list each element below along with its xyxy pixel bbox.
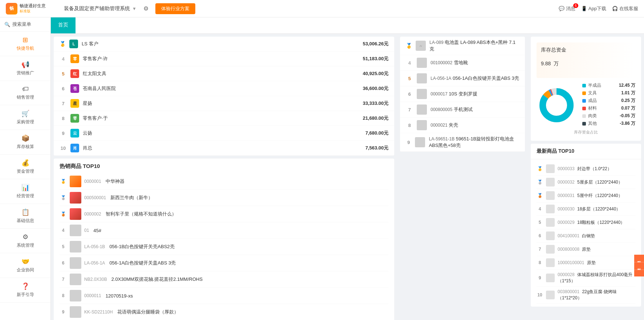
new-products-header: 最新商品 TOP10 (531, 144, 641, 159)
trial-button[interactable]: 体验行业方案 (155, 3, 195, 14)
top-header: 畅 畅捷通好生意 标准版 装备及固定资产辅助管理系统 ▼ ⚙ 体验行业方案 💬 … (0, 0, 644, 17)
list-item: 7 NB2.0X30B 2.0X30MM双搓花轴.搓花直径2.1MM/ROHS (60, 271, 388, 288)
sidebar-item-operation[interactable]: 📊 经营管理 (0, 179, 50, 204)
table-row: 5 红 红太阳文具 40,925.00元 (54, 66, 394, 81)
live-button[interactable]: 直播 (634, 270, 644, 276)
new-products-list: 🥇 0000033 封边带（1.0*22） 🥈 0000032 5厘多层（122… (531, 159, 641, 307)
inventory-title: 库存总资金 (541, 47, 631, 53)
list-item: 🥇 0000001 中华神器 (60, 173, 388, 190)
list-item: 9 KK-SD22110H 花语萌偶温分腿睡袋（厚款） (60, 304, 388, 320)
tab-home[interactable]: 首页 (51, 17, 76, 33)
sidebar-item-sales[interactable]: 🏷 销售管理 (0, 81, 50, 105)
legend-list: 半成品 12.45 万 文具 1.01 万 成品 0.25 万 (582, 82, 635, 128)
list-item: 6 004100001 白钢垫 (537, 229, 635, 243)
list-item: 5 0000029 18颗粒板（1220*2440） (537, 216, 635, 229)
search-menu-item[interactable]: 🔍 搜索菜单 (0, 17, 50, 32)
product-rank-list: 🥇 Ai LA-089 电池盖 LA-089 ABS本色+黑种 7.1克 4 0… (400, 37, 525, 152)
avatar: 云 (70, 129, 79, 138)
header-middle: 装备及固定资产辅助管理系统 ▼ ⚙ 体验行业方案 (64, 3, 559, 14)
sidebar-item-quick-nav[interactable]: ⊞ 快捷导航 (0, 32, 50, 56)
logo-icon: 畅 (6, 3, 17, 15)
product-info: 000800005 手机测试 (431, 106, 473, 113)
sidebar-item-system[interactable]: ⚙ 系统管理 (0, 229, 50, 253)
list-item: 4 0000030 18多层（1220*2440） (537, 202, 635, 216)
table-row: 8 0000021 夹壳 (400, 118, 525, 133)
sidebar-item-guide[interactable]: ❓ 新手引导 (0, 278, 50, 303)
system-name[interactable]: 装备及固定资产辅助管理系统 ▼ (64, 5, 136, 12)
sidebar-item-purchase[interactable]: 🛒 采购管理 (0, 105, 50, 130)
product-image (546, 258, 555, 267)
legend-item: 肉类 -0.05 万 (582, 113, 635, 119)
list-item: 10 003800001 22g鱼豆腐·烧烤味（1*12*20） (537, 287, 635, 304)
cog-icon: ⚙ (23, 233, 28, 241)
list-item: 🥉 0000031 5厘中纤（1220*2440） (537, 189, 635, 202)
logo-main-text: 畅捷通好生意 (20, 3, 46, 9)
medal-icon: 🥇 (60, 41, 66, 47)
list-item: 8 10000100001 原垫 (537, 256, 635, 270)
tag-icon: 🏷 (22, 85, 29, 93)
product-image (417, 89, 427, 99)
cart-icon: 🛒 (21, 110, 29, 118)
product-image (546, 191, 555, 200)
table-row: 6 苍 苍南县人民医院 36,600.00元 (54, 81, 394, 96)
hot-products-title: 热销商品 TOP10 (60, 163, 388, 170)
product-image (546, 274, 555, 282)
avatar: 红 (70, 69, 79, 78)
table-row: 7 星 星扬 33,333.00元 (54, 96, 394, 111)
grid-icon: ⊞ (23, 36, 28, 44)
list-item: 5 LA-056-1B 056-1B白色按键开关壳ABS2壳 (60, 239, 388, 255)
table-row: 9 LA-59651-1B 59651-1B旋转投影灯电池盒ABS黑色+58壳 (400, 133, 525, 152)
chart-area: 半成品 12.45 万 文具 1.01 万 成品 0.25 万 (537, 82, 635, 128)
sidebar-item-corp[interactable]: 🤝 企业协同 (0, 253, 50, 278)
avatar: 苍 (70, 84, 79, 93)
headset-icon: 🎧 (612, 6, 618, 11)
avatar: 星 (70, 99, 79, 108)
settings-button[interactable]: ⚙ (141, 4, 151, 14)
customer-ranking-card: 🥇 L LS 客户 53,006.26元 4 零 零售客户·许 51,183.0… (54, 37, 394, 156)
list-item: 🥉 0000002 智利车子里（规格不知道填什么） (60, 206, 388, 222)
money-icon: 💰 (21, 159, 29, 167)
sidebar-item-basic[interactable]: 📋 基础信息 (0, 204, 50, 229)
table-row: 4 001000002 雪地靴 (400, 55, 525, 71)
product-image (546, 291, 555, 299)
header-right: 💬 消息 6 📱 App下载 🎧 在线客服 (559, 5, 638, 12)
product-image (70, 274, 81, 285)
inventory-amount: 9.88 万 (541, 56, 631, 68)
legend-item: 其他 -3.86 万 (582, 120, 635, 127)
question-icon: ❓ (21, 282, 29, 290)
app-download-button[interactable]: 📱 App下载 (581, 5, 606, 12)
box-icon: 📦 (21, 134, 29, 142)
hot-products-card: 热销商品 TOP10 🥇 0000001 中华神器 🥈 000500001 新西… (54, 159, 394, 320)
product-image (546, 205, 555, 213)
customer-service-button[interactable]: 客服热线 (634, 255, 644, 262)
list-item: 6 LA-056-1A 056-1A白色按键开关盖ABS 3壳 (60, 255, 388, 271)
main-content: 首页 🥇 L LS 客户 53,006.26元 4 零 (51, 17, 644, 320)
product-image (417, 58, 427, 68)
medal-icon: 🥇 (406, 43, 412, 49)
product-image (546, 218, 555, 227)
legend-dot (582, 107, 586, 110)
inventory-card: 库存总资金 9.88 万 (531, 37, 641, 141)
list-item: 8 0000011 12070519-xs (60, 288, 388, 304)
community-button[interactable]: 服务社区 (634, 262, 644, 270)
table-row: 10 肖 肖总 7,563.00元 (54, 141, 394, 156)
legend-dot (582, 84, 586, 87)
megaphone-icon: 📢 (21, 61, 29, 69)
sidebar-item-inventory[interactable]: 📦 库存核算 (0, 130, 50, 155)
avatar: L (69, 40, 78, 48)
table-row: 4 零 零售客户·许 51,183.00元 (54, 52, 394, 66)
online-service-button[interactable]: 🎧 在线客服 (612, 5, 638, 12)
new-products-card: 最新商品 TOP10 🥇 0000033 封边带（1.0*22） 🥈 (531, 144, 641, 307)
avatar: 肖 (70, 144, 79, 152)
product-image (70, 257, 81, 269)
messages-button[interactable]: 💬 消息 6 (559, 5, 575, 12)
sidebar-item-finance[interactable]: 💰 资金管理 (0, 155, 50, 179)
sidebar-item-marketing[interactable]: 📢 营销推广 (0, 56, 50, 81)
table-row: 9 云 云扬 7,680.00元 (54, 126, 394, 141)
table-row: 🥇 Ai LA-089 电池盖 LA-089 ABS本色+黑种 7.1克 (400, 37, 525, 55)
table-row: 5 LA-056-1A 056-1A白色按键开关盖ABS 3壳 (400, 71, 525, 86)
list-icon: 📋 (21, 208, 29, 216)
avatar: 零 (70, 54, 79, 63)
legend-dot (582, 122, 586, 126)
product-image (417, 120, 427, 130)
